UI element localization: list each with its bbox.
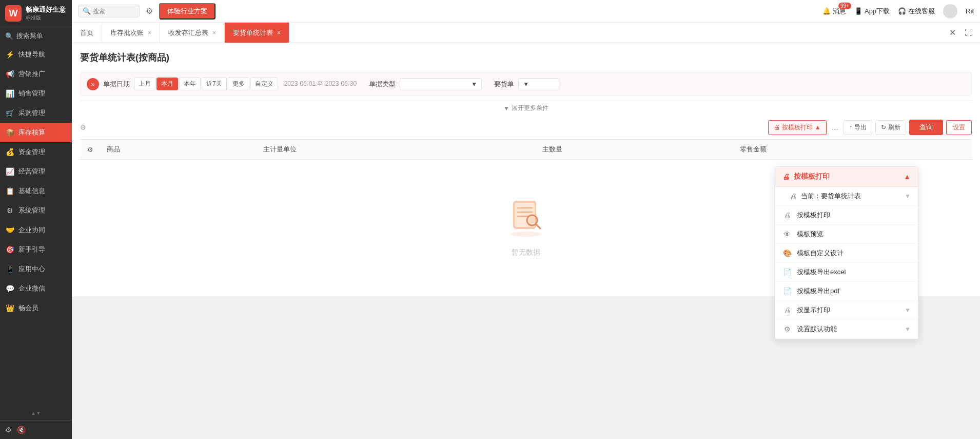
svg-line-7 [536,224,540,228]
date-btn-custom[interactable]: 自定义 [250,78,278,90]
sidebar-item-marketing[interactable]: 📢 营销推广 [0,64,72,84]
tab-collection-summary-close[interactable]: × [212,29,216,36]
page-title: 要货单统计表(按商品) [80,51,972,64]
order-filter-label: 要货单 [494,80,514,89]
print-panel-current-template[interactable]: 🖨 当前：要货单统计表 ▼ [775,187,918,206]
export-label: 导出 [854,123,867,132]
audio-icon[interactable]: 🔇 [17,426,26,434]
sidebar-item-newbie[interactable]: 🎯 新手引导 [0,240,72,259]
sidebar-item-purchase[interactable]: 🛒 采购管理 [0,103,72,123]
export-pdf-icon: 📄 [782,287,792,295]
col-settings[interactable]: ⚙ [80,140,101,160]
expand-conditions-btn[interactable]: ▼ 展开更多条件 [80,100,972,116]
sidebar-scroll-down[interactable]: ▼ [36,408,41,418]
print-icon: 🖨 [774,124,780,131]
tabs-close-all-btn[interactable]: ✕ [945,26,959,40]
tab-home[interactable]: 首页 [72,23,102,43]
brand-tag: 标准版 [26,14,66,22]
export-excel-label: 按模板导出excel [797,268,846,277]
table-settings-icon[interactable]: ⚙ [80,124,86,131]
promo-button[interactable]: 体验行业方案 [159,3,215,20]
nav-icon-apps: 📱 [5,265,14,273]
sidebar-footer: ⚙ 🔇 [0,420,72,439]
notification-button[interactable]: 🔔 消息 99+ [822,7,846,16]
sidebar: W 畅康通好生意 标准版 🔍 搜索菜单 ⚡ 快捷导航 📢 营销推广 📊 销售管理… [0,0,72,439]
tabs-maximize-btn[interactable]: ⛶ [962,26,976,40]
display-print-arrow: ▼ [905,307,911,314]
print-panel-item-template-preview[interactable]: 👁 模板预览 [775,225,918,244]
sidebar-item-quick-nav[interactable]: ⚡ 快捷导航 [0,45,72,64]
settings-icon[interactable]: ⚙ [5,426,12,434]
template-design-label: 模板自定义设计 [797,249,844,258]
app-download-button[interactable]: 📱 App下载 [854,7,890,16]
headset-icon: 🎧 [898,7,906,15]
sidebar-item-wechat[interactable]: 💬 企业微信 [0,279,72,298]
date-btn-this-month[interactable]: 本月 [156,78,178,90]
nav-label-marketing: 营销推广 [18,69,45,79]
print-panel-item-template-print[interactable]: 🖨 按模板打印 [775,206,918,225]
sidebar-item-member[interactable]: 👑 畅会员 [0,298,72,318]
date-btn-last-month[interactable]: 上月 [134,78,155,90]
sidebar-scroll-up[interactable]: ▲ [31,408,36,418]
sidebar-search[interactable]: 🔍 搜索菜单 [0,27,72,45]
more-icon[interactable]: ... [830,121,840,134]
export-pdf-label: 按模板导出pdf [797,287,839,296]
col-unit: 主计量单位 [257,140,536,160]
query-button[interactable]: 查询 [909,120,943,135]
sidebar-item-sales[interactable]: 📊 销售管理 [0,84,72,103]
date-btn-this-year[interactable]: 本年 [179,78,201,90]
filter-expand-btn[interactable]: » [87,78,99,90]
service-button[interactable]: 🎧 在线客服 [898,7,935,16]
tab-order-stats[interactable]: 要货单统计表 × [225,23,289,43]
notification-icon: 🔔 [822,7,831,15]
search-icon: 🔍 [5,32,13,40]
print-panel-item-export-pdf[interactable]: 📄 按模板导出pdf [775,282,918,301]
expand-label: 展开更多条件 [512,104,548,112]
page-content: 要货单统计表(按商品) » 单据日期 上月 本月 本年 近7天 更多 自定义 2… [72,43,980,439]
sidebar-item-operations[interactable]: 📈 经营管理 [0,162,72,181]
print-panel-item-display-print[interactable]: 🖨 按显示打印 ▼ [775,301,918,320]
date-btn-7days[interactable]: 近7天 [202,78,227,90]
header-search[interactable]: 🔍 [78,5,140,17]
export-button[interactable]: ↑ 导出 [844,120,872,135]
tab-collection-summary[interactable]: 收发存汇总表 × [160,23,225,43]
print-panel-item-template-design[interactable]: 🎨 模板自定义设计 [775,244,918,263]
date-btn-more[interactable]: 更多 [228,78,249,90]
sidebar-header: W 畅康通好生意 标准版 [0,0,72,27]
refresh-icon: ↻ [881,124,886,131]
order-filter-select[interactable]: ▼ [518,78,559,90]
username[interactable]: Rit [966,7,974,15]
header-gear-icon[interactable]: ⚙ [144,6,155,16]
print-panel-item-export-excel[interactable]: 📄 按模板导出excel [775,263,918,282]
nav-label-quick-nav: 快捷导航 [18,50,45,59]
filter-bar: » 单据日期 上月 本月 本年 近7天 更多 自定义 2023-06-01 至 … [80,72,972,96]
nav-icon-basic: 📋 [5,187,14,195]
sidebar-item-basic[interactable]: 📋 基础信息 [0,181,72,201]
sidebar-item-system[interactable]: ⚙ 系统管理 [0,201,72,220]
sidebar-item-apps[interactable]: 📱 应用中心 [0,259,72,279]
col-amount: 零售金额 [734,140,972,160]
tab-inventory-batch-close[interactable]: × [148,29,151,36]
header-search-input[interactable] [93,8,134,15]
sidebar-item-finance[interactable]: 💰 资金管理 [0,142,72,162]
nav-label-purchase: 采购管理 [18,108,45,118]
current-template-arrow: ▼ [905,193,911,200]
nav-label-system: 系统管理 [18,206,45,215]
nav-label-newbie: 新手引导 [18,245,45,254]
refresh-button[interactable]: ↻ 刷新 [875,120,906,135]
settings-button[interactable]: 设置 [946,120,972,135]
sidebar-item-enterprise[interactable]: 🤝 企业协同 [0,220,72,240]
print-button[interactable]: 🖨 按模板打印 ▲ [768,120,827,135]
print-panel-collapse[interactable]: ▲ [904,173,911,181]
export-excel-icon: 📄 [782,268,792,276]
tab-order-stats-close[interactable]: × [277,29,281,36]
print-panel-item-default-func[interactable]: ⚙ 设置默认功能 ▼ [775,320,918,339]
sidebar-item-inventory[interactable]: 📦 库存核算 [0,123,72,142]
sidebar-brand-text: 畅康通好生意 标准版 [26,5,66,22]
nav-icon-quick-nav: ⚡ [5,50,14,59]
type-filter-select[interactable]: ▼ [400,78,482,90]
user-avatar[interactable] [943,4,957,18]
date-range-display: 2023-06-01 至 2023-06-30 [284,80,357,88]
tab-inventory-batch[interactable]: 库存批次账 × [102,23,160,43]
nav-icon-purchase: 🛒 [5,109,14,117]
